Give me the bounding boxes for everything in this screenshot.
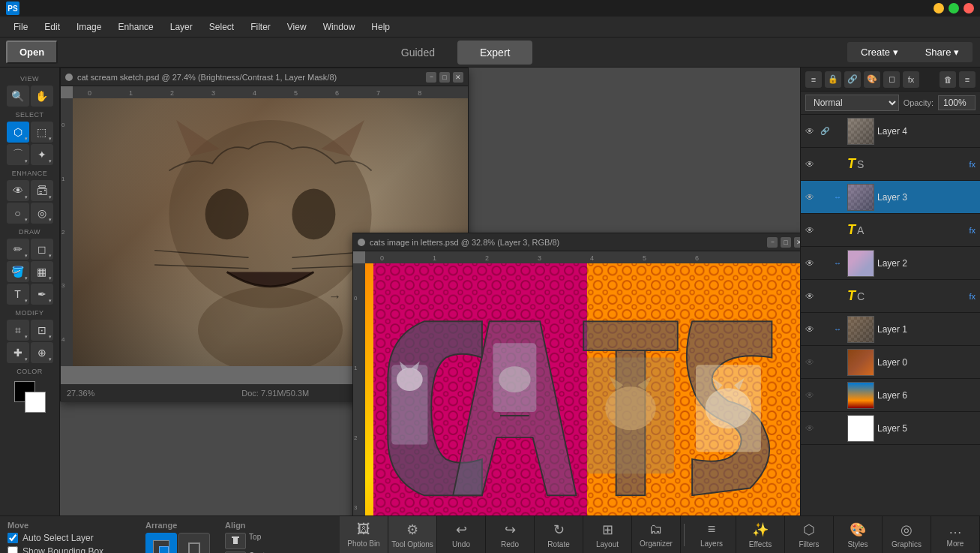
- styles-panel-btn[interactable]: 🎨 Styles: [834, 516, 883, 554]
- menu-view[interactable]: View: [280, 19, 314, 35]
- tab-guided[interactable]: Guided: [379, 41, 457, 65]
- opacity-input[interactable]: [938, 95, 976, 110]
- graphics-panel-btn[interactable]: ◎ Graphics: [883, 516, 931, 554]
- share-button[interactable]: Share ▾: [912, 42, 973, 62]
- layer5-visibility[interactable]: 👁: [805, 423, 817, 434]
- photo-bin-btn[interactable]: 🖼 Photo Bin: [340, 516, 388, 554]
- tool-options-btn[interactable]: ⚙ Tool Options: [388, 516, 437, 554]
- doc2-close[interactable]: ✕: [794, 237, 800, 248]
- layer3-visibility[interactable]: 👁: [805, 192, 817, 203]
- open-button[interactable]: Open: [6, 41, 58, 64]
- eraser-tool[interactable]: ◻: [31, 239, 53, 260]
- arrange-btn-1[interactable]: [145, 533, 177, 553]
- blend-mode-select[interactable]: Normal Dissolve Multiply Screen Overlay: [805, 95, 899, 111]
- create-button[interactable]: Create ▾: [847, 42, 912, 62]
- layer-item-4[interactable]: 👁 🔗 Layer 4: [801, 115, 980, 148]
- redo-btn[interactable]: ↪ Redo: [486, 516, 535, 554]
- brush-enhance-tool[interactable]: ○: [7, 203, 29, 224]
- panel-icon-mask[interactable]: ◻: [883, 71, 900, 88]
- menu-filter[interactable]: Filter: [243, 19, 278, 35]
- panel-icon-link[interactable]: 🔗: [844, 71, 861, 88]
- panel-icon-layers[interactable]: ≡: [805, 71, 822, 88]
- doc2-titlebar[interactable]: cats image in letters.psd @ 32.8% (Layer…: [353, 233, 800, 251]
- layer-item-t-row3[interactable]: 👁 T C fx: [801, 280, 980, 313]
- arrange-btn-2[interactable]: [178, 533, 210, 553]
- rotate-btn[interactable]: ↻ Rotate: [535, 516, 583, 554]
- panel-icon-lock[interactable]: 🔒: [825, 71, 841, 88]
- doc2-canvas[interactable]: [365, 263, 800, 515]
- transform-tool[interactable]: ⊡: [31, 320, 53, 341]
- layer-item-1[interactable]: 👁 ↔ Layer 1: [801, 313, 980, 346]
- filters-panel-btn[interactable]: ⬡ Filters: [785, 516, 834, 554]
- magic-wand-tool[interactable]: ✦: [31, 144, 53, 165]
- move-tool[interactable]: ⬡: [7, 122, 29, 143]
- undo-btn[interactable]: ↩ Undo: [437, 516, 486, 554]
- smudge-tool[interactable]: 🖆: [31, 180, 53, 201]
- clone-tool[interactable]: ⊕: [31, 342, 53, 363]
- layer6-visibility[interactable]: 👁: [805, 390, 817, 401]
- doc1-close[interactable]: ✕: [453, 72, 463, 83]
- crop-tool[interactable]: ⌗: [7, 320, 29, 341]
- paint-bucket-tool[interactable]: 🪣: [7, 261, 29, 282]
- layerT2-fx[interactable]: fx: [969, 226, 976, 235]
- menu-help[interactable]: Help: [364, 19, 397, 35]
- healing-tool[interactable]: ✚: [7, 342, 29, 363]
- pencil-tool[interactable]: ✒: [31, 284, 53, 305]
- bounding-box-checkbox[interactable]: [7, 546, 18, 553]
- zoom-tool[interactable]: 🔍: [7, 86, 29, 107]
- panel-menu-icon[interactable]: ≡: [959, 71, 976, 88]
- doc1-maximize[interactable]: □: [439, 72, 450, 83]
- panel-delete-icon[interactable]: 🗑: [940, 71, 956, 88]
- type-tool[interactable]: T: [7, 284, 29, 305]
- layerT3-fx[interactable]: fx: [969, 292, 976, 301]
- layer-item-6[interactable]: 👁 Layer 6: [801, 379, 980, 412]
- layer1-visibility[interactable]: 👁: [805, 324, 817, 335]
- layers-panel-btn[interactable]: ≡ Layers: [688, 516, 736, 554]
- menu-window[interactable]: Window: [316, 19, 363, 35]
- auto-select-checkbox[interactable]: [7, 533, 18, 543]
- menu-select[interactable]: Select: [202, 19, 241, 35]
- layer-item-2[interactable]: 👁 ↔ Layer 2: [801, 247, 980, 280]
- lasso-tool[interactable]: ⌒: [7, 144, 29, 165]
- layer2-visibility[interactable]: 👁: [805, 258, 817, 269]
- doc1-titlebar[interactable]: cat scream sketch.psd @ 27.4% (Brightnes…: [61, 68, 468, 86]
- close-button[interactable]: [964, 3, 974, 14]
- layerT2-visibility[interactable]: 👁: [805, 225, 817, 236]
- minimize-button[interactable]: [934, 3, 944, 14]
- layerT3-visibility[interactable]: 👁: [805, 291, 817, 302]
- tab-expert[interactable]: Expert: [457, 41, 532, 65]
- layer-item-0[interactable]: 👁 Layer 0: [801, 346, 980, 379]
- hand-tool[interactable]: ✋: [31, 86, 53, 107]
- layerT-visibility[interactable]: 👁: [805, 159, 817, 170]
- more-panel-btn[interactable]: … More: [931, 516, 980, 554]
- background-color[interactable]: [25, 392, 46, 413]
- gradient-tool[interactable]: ▦: [31, 261, 53, 282]
- layout-btn[interactable]: ⊞ Layout: [583, 516, 632, 554]
- panel-icon-fx[interactable]: fx: [903, 71, 919, 88]
- doc2-minimize[interactable]: －: [767, 237, 778, 248]
- align-top-btn[interactable]: [225, 533, 246, 549]
- layer-item-5[interactable]: 👁 Layer 5: [801, 412, 980, 445]
- menu-edit[interactable]: Edit: [37, 19, 67, 35]
- effects-panel-btn[interactable]: ✨ Effects: [736, 516, 785, 554]
- menu-layer[interactable]: Layer: [163, 19, 200, 35]
- maximize-button[interactable]: [949, 3, 959, 14]
- doc1-minimize[interactable]: －: [426, 72, 436, 83]
- layer4-visibility[interactable]: 👁: [805, 126, 817, 137]
- brush-tool[interactable]: ✏: [7, 239, 29, 260]
- layer-item-3[interactable]: 👁 ↔ Layer 3: [801, 181, 980, 214]
- layer-item-t-row1[interactable]: 👁 T S fx: [801, 148, 980, 181]
- menu-image[interactable]: Image: [69, 19, 109, 35]
- organizer-btn[interactable]: 🗂 Organizer: [632, 516, 681, 554]
- layer-item-t-row2[interactable]: 👁 T A fx: [801, 214, 980, 247]
- doc2-maximize[interactable]: □: [781, 237, 791, 248]
- menu-file[interactable]: File: [6, 19, 35, 35]
- menu-enhance[interactable]: Enhance: [110, 19, 160, 35]
- marquee-tool[interactable]: ⬚: [31, 122, 53, 143]
- layer0-visibility[interactable]: 👁: [805, 357, 817, 368]
- layerT1-fx[interactable]: fx: [969, 160, 976, 169]
- layer4-lock[interactable]: 🔗: [820, 127, 831, 135]
- eyedropper-tool[interactable]: 👁: [7, 180, 29, 201]
- blur-tool[interactable]: ◎: [31, 203, 53, 224]
- panel-icon-color[interactable]: 🎨: [864, 71, 880, 88]
